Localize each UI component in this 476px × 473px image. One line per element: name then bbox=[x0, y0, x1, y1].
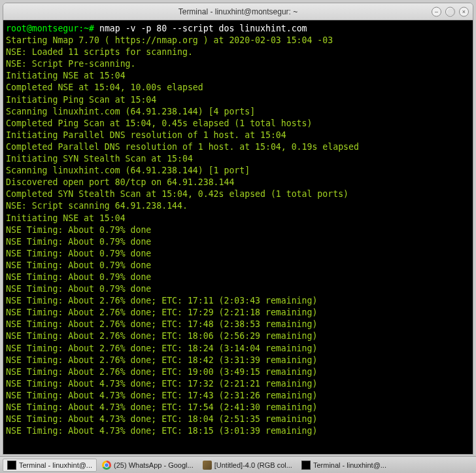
taskbar-label: (25) WhatsApp - Googl... bbox=[114, 461, 194, 469]
window-title: Terminal - linuxhint@montsegur: ~ bbox=[178, 7, 298, 16]
output-line: NSE Timing: About 0.79% done bbox=[6, 260, 151, 270]
output-line: NSE Timing: About 4.73% done; ETC: 18:04… bbox=[6, 414, 317, 424]
output-line: Completed Parallel DNS resolution of 1 h… bbox=[6, 142, 359, 152]
taskbar-label: [Untitled]-4.0 (RGB col... bbox=[214, 461, 292, 469]
taskbar: Terminal - linuxhint@... (25) WhatsApp -… bbox=[0, 456, 476, 473]
terminal-window: Terminal - linuxhint@montsegur: ~ – ⬜ × … bbox=[3, 3, 473, 455]
output-line: NSE Timing: About 4.73% done; ETC: 17:32… bbox=[6, 379, 317, 389]
output-line: Discovered open port 80/tcp on 64.91.238… bbox=[6, 177, 234, 187]
taskbar-label: Terminal - linuxhint@... bbox=[19, 461, 92, 469]
window-controls: – ⬜ × bbox=[432, 7, 469, 16]
output-line: NSE Timing: About 4.73% done; ETC: 17:54… bbox=[6, 402, 317, 412]
output-line: NSE Timing: About 4.73% done; ETC: 18:15… bbox=[6, 426, 317, 436]
taskbar-label: Terminal - linuxhint@... bbox=[313, 461, 386, 469]
output-line: NSE Timing: About 2.76% done; ETC: 19:00… bbox=[6, 367, 317, 377]
output-line: Initiating Ping Scan at 15:04 bbox=[6, 95, 156, 105]
terminal-output[interactable]: root@montsegur:~# nmap -v -p 80 --script… bbox=[3, 20, 473, 454]
output-line: NSE Timing: About 2.76% done; ETC: 17:11… bbox=[6, 296, 317, 306]
close-button[interactable]: × bbox=[459, 7, 469, 16]
output-line: NSE Timing: About 0.79% done bbox=[6, 225, 151, 235]
command-text: nmap -v -p 80 --script dos linuxhint.com bbox=[99, 24, 307, 33]
titlebar[interactable]: Terminal - linuxhint@montsegur: ~ – ⬜ × bbox=[3, 3, 473, 20]
output-line: Initiating Parallel DNS resolution of 1 … bbox=[6, 130, 286, 140]
minimize-button[interactable]: – bbox=[432, 7, 441, 16]
output-line: Initiating SYN Stealth Scan at 15:04 bbox=[6, 154, 193, 164]
output-line: NSE Timing: About 0.79% done bbox=[6, 272, 151, 282]
terminal-icon bbox=[301, 461, 311, 470]
taskbar-item-chrome[interactable]: (25) WhatsApp - Googl... bbox=[98, 459, 197, 471]
output-line: Initiating NSE at 15:04 bbox=[6, 213, 126, 223]
output-line: Scanning linuxhint.com (64.91.238.144) [… bbox=[6, 107, 255, 116]
output-line: Starting Nmap 7.70 ( https://nmap.org ) … bbox=[6, 35, 333, 45]
output-line: Scanning linuxhint.com (64.91.238.144) [… bbox=[6, 166, 250, 175]
output-line: NSE Timing: About 0.79% done bbox=[6, 284, 151, 294]
output-line: NSE: Script Pre-scanning. bbox=[6, 59, 136, 69]
output-line: NSE: Script scanning 64.91.238.144. bbox=[6, 201, 188, 211]
output-line: Completed SYN Stealth Scan at 15:04, 0.4… bbox=[6, 189, 348, 199]
output-line: NSE Timing: About 0.79% done bbox=[6, 237, 151, 247]
maximize-button[interactable]: ⬜ bbox=[445, 7, 455, 16]
taskbar-item-terminal-1[interactable]: Terminal - linuxhint@... bbox=[3, 459, 97, 472]
output-line: NSE Timing: About 2.76% done; ETC: 18:06… bbox=[6, 331, 317, 341]
terminal-icon bbox=[7, 461, 16, 470]
output-line: NSE Timing: About 0.79% done bbox=[6, 249, 151, 258]
output-line: Completed Ping Scan at 15:04, 0.45s elap… bbox=[6, 118, 312, 128]
output-line: Initiating NSE at 15:04 bbox=[6, 71, 126, 80]
chrome-icon bbox=[102, 461, 111, 470]
output-line: NSE Timing: About 2.76% done; ETC: 17:48… bbox=[6, 319, 317, 329]
taskbar-item-terminal-2[interactable]: Terminal - linuxhint@... bbox=[298, 459, 390, 471]
gimp-icon bbox=[203, 461, 212, 470]
output-line: NSE Timing: About 4.73% done; ETC: 17:43… bbox=[6, 391, 317, 400]
output-line: Completed NSE at 15:04, 10.00s elapsed bbox=[6, 82, 203, 92]
output-line: NSE Timing: About 2.76% done; ETC: 18:24… bbox=[6, 343, 317, 353]
output-line: NSE Timing: About 2.76% done; ETC: 17:29… bbox=[6, 307, 317, 317]
output-line: NSE Timing: About 2.76% done; ETC: 18:42… bbox=[6, 355, 317, 365]
shell-prompt: root@montsegur:~# bbox=[6, 24, 94, 33]
taskbar-item-gimp[interactable]: [Untitled]-4.0 (RGB col... bbox=[199, 459, 296, 471]
output-line: NSE: Loaded 11 scripts for scanning. bbox=[6, 47, 193, 57]
